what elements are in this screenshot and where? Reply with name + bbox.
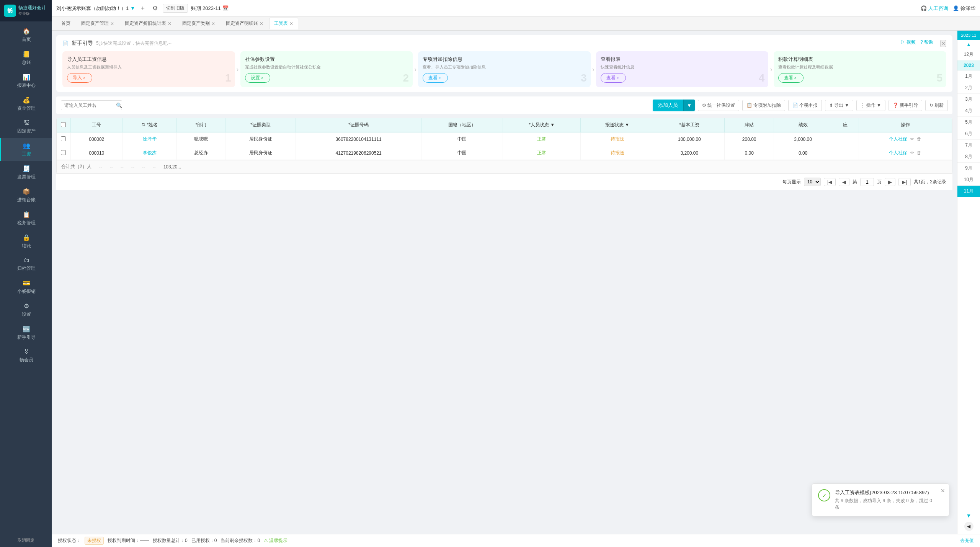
addon-deduction-btn[interactable]: 📋 专项附加扣除 bbox=[742, 100, 785, 111]
refresh-btn[interactable]: ↻ 刷新 bbox=[925, 100, 948, 111]
account-selector[interactable]: 刘小艳演示账套（勿删勿动！）1 ▼ bbox=[56, 5, 135, 12]
right-panel-expand-btn[interactable]: ◀ bbox=[964, 522, 973, 531]
row1-edit-icon[interactable]: ✏ bbox=[910, 136, 914, 142]
charge-link[interactable]: 去充值 bbox=[960, 537, 974, 544]
month-item-7[interactable]: 7月 bbox=[957, 140, 980, 151]
wizard-help-btn[interactable]: ? 帮助 bbox=[920, 39, 933, 46]
row2-checkbox[interactable] bbox=[61, 150, 66, 155]
right-panel-up-btn[interactable]: ▲ bbox=[966, 41, 972, 47]
account-dropdown-icon[interactable]: ▼ bbox=[130, 5, 135, 11]
right-panel: 2023.11 ▲ 12月 2023 1月 2月 3月 4月 5月 6月 7月 … bbox=[957, 31, 980, 534]
footer-dash4: -- bbox=[131, 164, 134, 170]
month-item-3[interactable]: 3月 bbox=[957, 94, 980, 105]
wizard-step-4-num: 4 bbox=[759, 72, 765, 84]
prev-page-btn[interactable]: ◀ bbox=[839, 178, 849, 186]
page-input[interactable] bbox=[860, 178, 874, 186]
sidebar-item-expense[interactable]: 💳 小畅报销 bbox=[0, 276, 52, 299]
sidebar-item-home[interactable]: 🏠 首页 bbox=[0, 24, 52, 47]
tab-assets-detail[interactable]: 固定资产明细账 ✕ bbox=[221, 18, 268, 29]
wizard-step-5-btn[interactable]: 查看＞ bbox=[778, 73, 804, 83]
tax-report-btn[interactable]: 📄 个税申报 bbox=[788, 100, 822, 111]
sidebar-item-assets[interactable]: 🏗 固定资产 bbox=[0, 116, 52, 138]
right-panel-down-btn[interactable]: ▼ bbox=[966, 513, 972, 519]
guide-toolbar-btn[interactable]: ❓ 新手引导 bbox=[889, 100, 922, 111]
month-item-8[interactable]: 8月 bbox=[957, 151, 980, 163]
row1-delete-icon[interactable]: 🗑 bbox=[917, 136, 921, 142]
month-item-4[interactable]: 4月 bbox=[957, 105, 980, 117]
tab-assets-type-close[interactable]: ✕ bbox=[211, 21, 215, 26]
add-account-button[interactable]: ＋ bbox=[138, 4, 147, 13]
month-item-1[interactable]: 1月 bbox=[957, 71, 980, 82]
warning-label[interactable]: ⚠ 温馨提示 bbox=[264, 537, 287, 544]
month-item-12[interactable]: 12月 bbox=[957, 49, 980, 60]
sidebar-item-tax[interactable]: 📋 税务管理 bbox=[0, 207, 52, 230]
sidebar-item-inventory[interactable]: 📦 进销台账 bbox=[0, 184, 52, 207]
row2-name[interactable]: 李俊杰 bbox=[122, 146, 176, 160]
month-item-2[interactable]: 2月 bbox=[957, 82, 980, 94]
select-all-checkbox[interactable] bbox=[61, 122, 66, 127]
calendar-icon[interactable]: 📅 bbox=[222, 5, 229, 11]
tab-assets-mgmt[interactable]: 固定资产管理 ✕ bbox=[76, 18, 119, 29]
sidebar-item-ledger[interactable]: 📒 总账 bbox=[0, 47, 52, 70]
tab-assets-detail-close[interactable]: ✕ bbox=[260, 21, 263, 26]
sidebar-item-settings[interactable]: ⚙ 设置 bbox=[0, 299, 52, 322]
month-item-11[interactable]: 11月 bbox=[957, 186, 980, 197]
toast-close-button[interactable]: ✕ bbox=[941, 488, 945, 494]
sidebar-item-guide[interactable]: 🆕 新手引导 bbox=[0, 322, 52, 345]
month-item-6[interactable]: 6月 bbox=[957, 128, 980, 140]
add-person-btn-group: 添加人员 ▼ bbox=[653, 100, 695, 111]
month-item-5[interactable]: 5月 bbox=[957, 117, 980, 128]
wizard-step-1-btn[interactable]: 导入＞ bbox=[67, 73, 92, 83]
month-item-10[interactable]: 10月 bbox=[957, 174, 980, 186]
row2-edit-icon[interactable]: ✏ bbox=[910, 150, 914, 155]
cancel-fix-button[interactable]: 取消固定 bbox=[18, 538, 34, 542]
export-btn[interactable]: ⬆ 导出 ▼ bbox=[825, 100, 853, 111]
tab-payroll[interactable]: 工资表 ✕ bbox=[269, 18, 298, 29]
wizard-icon: 📄 bbox=[62, 41, 69, 46]
row1-checkbox[interactable] bbox=[61, 136, 66, 141]
tab-assets-depr-close[interactable]: ✕ bbox=[168, 21, 172, 26]
sendstatus-filter-icon[interactable]: ▼ bbox=[625, 122, 629, 127]
sidebar-item-reports[interactable]: 📊 报表中心 bbox=[0, 70, 52, 93]
row1-name[interactable]: 徐泽华 bbox=[122, 132, 176, 146]
row1-social-ins-link[interactable]: 个人社保 bbox=[889, 136, 907, 142]
help-button[interactable]: 🎧 人工咨询 bbox=[921, 5, 948, 12]
wizard-video-btn[interactable]: ▷ 视频 bbox=[901, 39, 916, 46]
last-page-btn[interactable]: ▶| bbox=[898, 178, 910, 186]
sidebar-item-member[interactable]: 🎖 畅会员 bbox=[0, 345, 52, 367]
first-page-btn[interactable]: |◀ bbox=[824, 178, 836, 186]
sidebar-item-invoice[interactable]: 🧾 发票管理 bbox=[0, 161, 52, 184]
period-end-label: 授权到期时间：—— bbox=[108, 537, 149, 544]
tab-assets-depr[interactable]: 固定资产折旧统计表 ✕ bbox=[120, 18, 176, 29]
home-icon: 🏠 bbox=[23, 28, 30, 35]
row2-social-ins-link[interactable]: 个人社保 bbox=[889, 150, 907, 155]
settings-button[interactable]: ⚙ bbox=[150, 4, 160, 13]
search-button[interactable]: 🔍 bbox=[116, 103, 122, 108]
social-insurance-btn[interactable]: ⚙ 统一社保设置 bbox=[698, 100, 739, 111]
sidebar-item-close[interactable]: 🔒 结账 bbox=[0, 230, 52, 253]
add-person-dropdown-button[interactable]: ▼ bbox=[683, 100, 695, 111]
search-input[interactable] bbox=[61, 100, 122, 110]
month-item-9[interactable]: 9月 bbox=[957, 163, 980, 174]
operate-btn[interactable]: ⋮ 操作 ▼ bbox=[856, 100, 885, 111]
wizard-close-button[interactable]: ✕ bbox=[941, 40, 946, 47]
wizard-step-3-btn[interactable]: 查看＞ bbox=[423, 73, 448, 83]
topbar: 刘小艳演示账套（勿删勿动！）1 ▼ ＋ ⚙ 切到旧版 账期 2023-11 📅 … bbox=[52, 0, 980, 17]
status-filter-icon[interactable]: ▼ bbox=[550, 122, 555, 127]
row2-delete-icon[interactable]: 🗑 bbox=[917, 150, 921, 155]
sidebar-item-funds[interactable]: 💰 资金管理 bbox=[0, 93, 52, 116]
per-page-select[interactable]: 10 20 50 bbox=[804, 178, 821, 186]
tab-assets-mgmt-close[interactable]: ✕ bbox=[110, 21, 114, 26]
tab-home[interactable]: 首页 bbox=[56, 18, 75, 29]
tab-assets-type[interactable]: 固定资产类别 ✕ bbox=[177, 18, 220, 29]
col-name-header[interactable]: ⇅ *姓名 bbox=[122, 118, 176, 132]
wizard-step-4-btn[interactable]: 查看＞ bbox=[601, 73, 626, 83]
switch-old-version-button[interactable]: 切到旧版 bbox=[163, 4, 188, 13]
next-page-btn[interactable]: ▶ bbox=[885, 178, 895, 186]
tab-payroll-close[interactable]: ✕ bbox=[289, 21, 293, 26]
sidebar-item-archive[interactable]: 🗂 归档管理 bbox=[0, 253, 52, 276]
wizard-step-2-btn[interactable]: 设置＞ bbox=[245, 73, 270, 83]
add-person-button[interactable]: 添加人员 bbox=[653, 100, 683, 111]
user-menu[interactable]: 👤 徐泽华 bbox=[953, 5, 975, 12]
sidebar-item-payroll[interactable]: 👥 工资 bbox=[0, 138, 52, 161]
